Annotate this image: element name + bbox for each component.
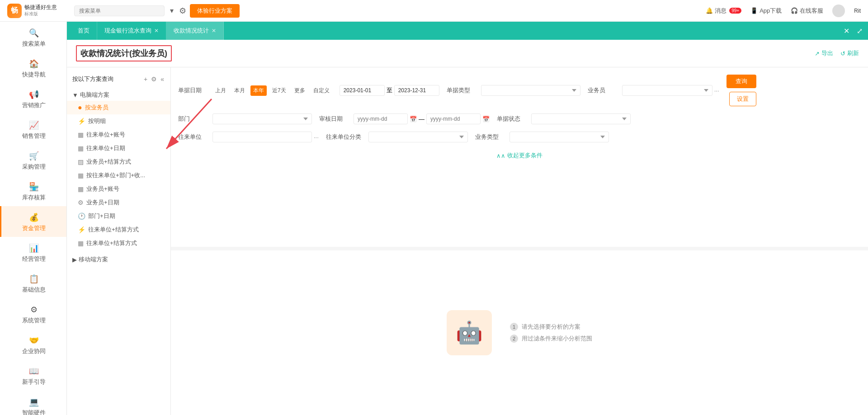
partner-label: 往来单位 <box>178 133 205 141</box>
empty-content: 🤖 1 请先选择要分析的方案 2 用过滤条件来缩小分析范围 <box>447 310 592 355</box>
tab-cash-flow-label: 现金银行流水查询 <box>104 27 151 35</box>
tab-collection-stats-label: 收款情况统计 <box>174 27 209 35</box>
sidebar-label-quicknav: 快捷导航 <box>22 71 46 79</box>
sidebar-item-sales[interactable]: 📈 销售管理 <box>0 114 66 145</box>
sidebar-label-guide: 新手引导 <box>22 378 46 386</box>
date-btn-7days[interactable]: 近7天 <box>269 85 289 96</box>
scheme-item-salesperson-settle[interactable]: ▨ 业务员+结算方式 <box>67 155 170 169</box>
tab-cash-flow-close[interactable]: ✕ <box>154 28 159 34</box>
doc-status-select[interactable] <box>531 113 631 124</box>
date-options-group: 上月 本月 本年 近7天 更多 自定义 <box>212 85 332 96</box>
customer-service-btn[interactable]: 🎧 在线客服 <box>791 7 823 15</box>
sidebar-label-inventory: 库存核算 <box>22 193 46 202</box>
sidebar-item-basic[interactable]: 📋 基础信息 <box>0 268 66 298</box>
biz-type-select[interactable] <box>509 132 609 142</box>
audit-date-range: 📅 — 📅 <box>354 113 490 124</box>
query-btn[interactable]: 查询 <box>726 75 756 88</box>
scheme-item-partner-settle2[interactable]: ▦ 往来单位+结算方式 <box>67 236 170 250</box>
mobile-scheme-title[interactable]: ▶ 移动端方案 <box>67 254 170 265</box>
sidebar-item-system[interactable]: ⚙ 系统管理 <box>0 298 66 329</box>
tab-close-all-icon[interactable]: ✕ <box>842 25 851 37</box>
set-btn[interactable]: 设置 <box>729 92 756 106</box>
scheme-item-partner-settle1[interactable]: ⚡ 往来单位+结算方式 <box>67 223 170 236</box>
user-avatar[interactable] <box>832 5 845 17</box>
sidebar-label-basic: 基础信息 <box>22 286 46 294</box>
scheme-item-salesperson[interactable]: ● 按业务员 <box>67 101 170 114</box>
calendar-from-icon[interactable]: 📅 <box>410 116 417 123</box>
partner-input[interactable] <box>212 132 312 142</box>
grid3-icon: ▦ <box>78 172 84 179</box>
scheme-item-salesperson-account[interactable]: ▦ 业务员+账号 <box>67 182 170 196</box>
date-btn-more[interactable]: 更多 <box>292 85 308 96</box>
collapse-panel-btn[interactable]: « <box>160 75 165 84</box>
sidebar-item-operations[interactable]: 📊 经营管理 <box>0 237 66 268</box>
sidebar-item-guide[interactable]: 📖 新手引导 <box>0 360 66 391</box>
audit-date-from-input[interactable] <box>354 113 408 124</box>
marketing-icon: 📢 <box>29 90 39 99</box>
calendar-to-icon[interactable]: 📅 <box>482 116 490 123</box>
tab-collection-stats[interactable]: 收款情况统计 ✕ <box>166 22 224 40</box>
sales-icon: 📈 <box>29 120 39 130</box>
filter-action-btns: 查询 设置 <box>726 75 756 106</box>
collab-icon: 🤝 <box>29 335 39 345</box>
scheme-item-partner-account[interactable]: ▦ 往来单位+账号 <box>67 128 170 141</box>
scheme-item-partner-date[interactable]: ▦ 往来单位+日期 <box>67 141 170 155</box>
sidebar-label-operations: 经营管理 <box>22 255 46 263</box>
sidebar-item-marketing[interactable]: 📢 营销推广 <box>0 83 66 114</box>
page-content: 收款情况统计(按业务员) ↗ 导出 ↺ 刷新 <box>67 40 868 415</box>
audit-date-to-input[interactable] <box>426 113 481 124</box>
partner-more-btn[interactable]: ··· <box>314 134 319 141</box>
sidebar-label-collab: 企业协同 <box>22 347 46 355</box>
sidebar-item-inventory[interactable]: 🏪 库存核算 <box>0 175 66 206</box>
messages-btn[interactable]: 🔔 消息 99+ <box>706 7 741 15</box>
salesperson-more-btn[interactable]: ··· <box>714 87 719 94</box>
tab-collection-stats-close[interactable]: ✕ <box>212 28 216 34</box>
header-dropdown-btn[interactable]: ▾ <box>168 5 175 17</box>
type-select[interactable] <box>481 85 580 96</box>
date-btn-custom[interactable]: 自定义 <box>311 85 332 96</box>
sidebar-item-search[interactable]: 🔍 搜索菜单 <box>0 22 66 52</box>
tab-cash-flow[interactable]: 现金银行流水查询 ✕ <box>97 22 166 40</box>
date-btn-last-month[interactable]: 上月 <box>212 85 229 96</box>
add-scheme-btn[interactable]: + <box>143 75 148 84</box>
date-range-input: 至 <box>340 85 439 96</box>
sidebar-item-finance[interactable]: 💰 资金管理 <box>0 206 66 237</box>
date-label: 单据日期 <box>178 86 205 94</box>
scheme-item-salesperson-date[interactable]: ⚙ 业务员+日期 <box>67 196 170 209</box>
sidebar-item-purchase[interactable]: 🛒 采购管理 <box>0 145 66 175</box>
refresh-btn[interactable]: ↺ 刷新 <box>840 49 859 57</box>
sidebar-item-collab[interactable]: 🤝 企业协同 <box>0 329 66 360</box>
sidebar-label-purchase: 采购管理 <box>22 163 46 171</box>
date-to-input[interactable] <box>394 85 439 96</box>
bell-icon: 🔔 <box>706 7 713 14</box>
date-from-input[interactable] <box>340 85 385 96</box>
sidebar-item-quicknav[interactable]: 🏠 快捷导航 <box>0 52 66 83</box>
dept-label: 部门 <box>178 115 205 123</box>
header-gear-btn[interactable]: ⚙ <box>179 6 186 16</box>
date-btn-this-year[interactable]: 本年 <box>250 85 267 96</box>
desktop-scheme-title[interactable]: ▼ 电脑端方案 <box>67 89 170 101</box>
date-btn-this-month[interactable]: 本月 <box>231 85 248 96</box>
collapse-more-btn[interactable]: ∧∧ 收起更多条件 <box>493 150 546 161</box>
scheme-item-detail[interactable]: ⚡ 按明细 <box>67 114 170 128</box>
app-download-btn[interactable]: 📱 App下载 <box>750 7 782 15</box>
partner-input-wrap: ··· <box>212 132 319 142</box>
trial-btn[interactable]: 体验行业方案 <box>190 4 240 18</box>
grid5-icon: ▦ <box>78 240 84 247</box>
salesperson-select[interactable] <box>622 85 712 96</box>
dept-select[interactable] <box>212 113 312 124</box>
header-search-input[interactable] <box>74 5 165 16</box>
filter-row-2: 部门 审核日期 📅 — <box>178 113 861 124</box>
partner-category-select[interactable] <box>368 132 468 142</box>
tab-home[interactable]: 首页 <box>71 22 97 40</box>
export-btn[interactable]: ↗ 导出 <box>815 49 833 57</box>
sidebar-item-hardware[interactable]: 💻 智能硬件 <box>0 391 66 415</box>
logo-area: 畅 畅捷通好生意 标准版 <box>7 4 74 18</box>
dept-select-wrap <box>212 113 312 124</box>
scheme-item-dept-date[interactable]: 🕐 部门+日期 <box>67 209 170 223</box>
empty-state: 🤖 1 请先选择要分析的方案 2 用过滤条件来缩小分析范围 <box>171 250 868 415</box>
scheme-item-partner-dept[interactable]: ▦ 按往来单位+部门+收... <box>67 169 170 182</box>
tab-expand-icon[interactable]: ⤢ <box>855 25 864 37</box>
sidebar-label-hardware: 智能硬件 <box>22 409 46 415</box>
scheme-settings-btn[interactable]: ⚙ <box>150 75 158 84</box>
